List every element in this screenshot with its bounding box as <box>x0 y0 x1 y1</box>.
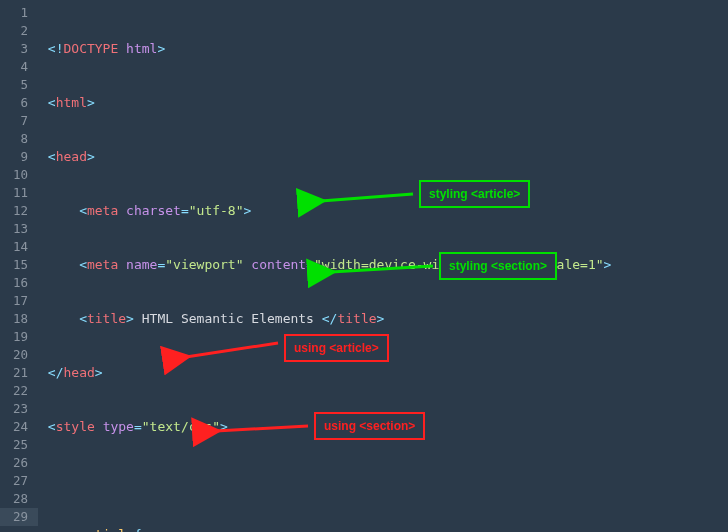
annotation-styling-article: styling <article> <box>313 180 530 208</box>
annotation-using-section: using <section> <box>208 412 425 440</box>
code-line[interactable]: article{ <box>38 526 728 532</box>
annotation-label: styling <article> <box>419 180 530 208</box>
svg-line-2 <box>186 343 278 357</box>
arrow-icon <box>313 184 413 204</box>
annotation-using-article: using <article> <box>178 334 389 362</box>
code-line[interactable]: <title> HTML Semantic Elements </title> <box>38 310 728 328</box>
arrow-icon <box>323 256 433 276</box>
annotation-label: using <section> <box>314 412 425 440</box>
code-editor[interactable]: 123 456 789 101112 131415 161718 192021 … <box>0 0 728 532</box>
code-line[interactable]: </head> <box>38 364 728 382</box>
code-line[interactable]: <head> <box>38 148 728 166</box>
line-number-gutter: 123 456 789 101112 131415 161718 192021 … <box>0 0 38 532</box>
code-line[interactable]: <html> <box>38 94 728 112</box>
svg-line-3 <box>216 426 308 431</box>
annotation-styling-section: styling <section> <box>323 252 557 280</box>
code-line[interactable] <box>38 472 728 490</box>
arrow-icon <box>178 337 278 359</box>
arrow-icon <box>208 416 308 436</box>
code-area[interactable]: <!<!DOCTYPE html>DOCTYPE html> <html> <h… <box>38 0 728 532</box>
svg-line-1 <box>331 266 433 272</box>
svg-line-0 <box>321 194 413 201</box>
annotation-label: styling <section> <box>439 252 557 280</box>
annotation-label: using <article> <box>284 334 389 362</box>
code-line[interactable]: <!<!DOCTYPE html>DOCTYPE html> <box>38 40 728 58</box>
